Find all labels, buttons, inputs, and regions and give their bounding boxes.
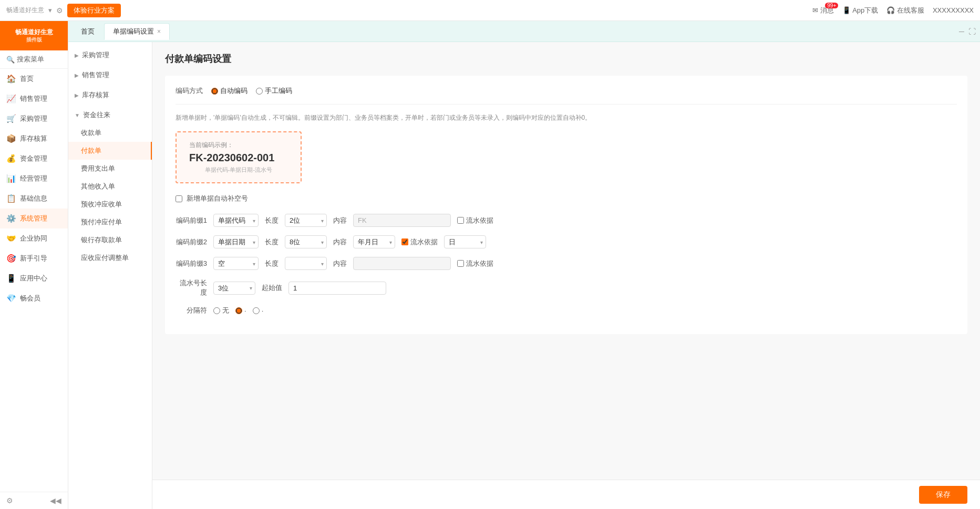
watermark3-row[interactable]: 流水依据 (457, 259, 493, 268)
headset-icon: 🎧 (886, 6, 895, 14)
dropdown-arrow-icon[interactable]: ▾ (48, 6, 52, 14)
top-bar-right: ✉ 消息 99+ 📱 App下载 🎧 在线客服 XXXXXXXXX (812, 6, 974, 15)
sidebar-item-label: 经营管理 (20, 174, 47, 183)
user-name[interactable]: XXXXXXXXX (933, 6, 974, 14)
radio-manual-input[interactable] (256, 88, 263, 95)
sub-menu-item-receipt[interactable]: 收款单 (68, 124, 152, 142)
preview-desc: 单据代码-单据日期-流水号 (189, 166, 288, 174)
sub-menu-inventory-header[interactable]: ▶ 库存核算 (68, 86, 152, 104)
sidebar: 畅通道好生意 插件版 🔍 搜索菜单 🏠 首页 📈 销售管理 🛒 采购管理 📦 (0, 21, 68, 509)
sidebar-item-label: 系统管理 (20, 214, 47, 223)
separator-dot1[interactable]: · (235, 307, 246, 315)
main-content: 付款单编码设置 编码方式 自动编码 (152, 42, 980, 480)
radio-manual[interactable]: 手工编码 (256, 86, 292, 96)
sidebar-item-purchase[interactable]: 🛒 采购管理 (0, 109, 68, 129)
separator-options: 无 · · (213, 306, 263, 315)
sub-menu-item-bank[interactable]: 银行存取款单 (68, 231, 152, 249)
search-menu-label: 搜索菜单 (17, 55, 44, 64)
length3-label: 长度 (265, 259, 278, 268)
radio-auto[interactable]: 自动编码 (211, 86, 247, 96)
watermark1-row[interactable]: 流水依据 (457, 216, 493, 225)
breadcrumb: 畅通道好生意 (6, 6, 44, 15)
settings-bottom-icon[interactable]: ⚙ (6, 496, 13, 505)
sidebar-item-finance[interactable]: 💰 资金管理 (0, 149, 68, 169)
separator-dot2[interactable]: · (253, 307, 264, 315)
save-button[interactable]: 保存 (919, 486, 967, 504)
prefix3-select[interactable]: 空 单据代码 单据日期 (213, 257, 259, 270)
separator-none-radio[interactable] (213, 307, 220, 314)
prefix3-select-wrapper[interactable]: 空 单据代码 单据日期 (213, 257, 259, 270)
sidebar-item-basic[interactable]: 📋 基础信息 (0, 189, 68, 209)
maximize-icon[interactable]: ⛶ (968, 27, 976, 36)
length1-label: 长度 (265, 216, 278, 225)
sidebar-item-sales[interactable]: 📈 销售管理 (0, 89, 68, 109)
sub-menu-item-prepay-offset2[interactable]: 预付冲应付单 (68, 213, 152, 231)
sub-menu-item-other-income[interactable]: 其他收入单 (68, 178, 152, 195)
collapse-icon[interactable]: ◀◀ (50, 496, 61, 505)
trial-button[interactable]: 体验行业方案 (67, 4, 121, 17)
search-menu[interactable]: 🔍 搜索菜单 (0, 50, 68, 69)
prefix2-select[interactable]: 单据日期 空 (213, 235, 259, 248)
watermark2-value-wrapper[interactable]: 日 月 年 (444, 235, 486, 248)
prefix1-select-wrapper[interactable]: 单据代码 空 (213, 214, 259, 227)
watermark3-checkbox[interactable] (457, 260, 464, 267)
content3-label: 内容 (333, 259, 347, 268)
sidebar-item-apps[interactable]: 📱 应用中心 (0, 268, 68, 288)
prefix1-select[interactable]: 单据代码 空 (213, 214, 259, 227)
length2-select[interactable]: 8位 4位 6位 (285, 235, 327, 248)
length3-select-wrapper[interactable]: 2位 4位 (285, 257, 327, 270)
watermark2-value-select[interactable]: 日 月 年 (444, 235, 486, 248)
tab-close-icon[interactable]: × (157, 28, 161, 35)
sub-menu-funds-header[interactable]: ▼ 资金往来 (68, 106, 152, 124)
online-service[interactable]: 🎧 在线客服 (886, 6, 924, 15)
start-value-input[interactable] (288, 282, 386, 295)
length2-select-wrapper[interactable]: 8位 4位 6位 (285, 235, 327, 248)
sidebar-item-enterprise[interactable]: 🤝 企业协同 (0, 228, 68, 248)
length1-select-wrapper[interactable]: 2位 4位 6位 (285, 214, 327, 227)
arrow-right-icon: ▶ (75, 92, 79, 98)
sidebar-item-system[interactable]: ⚙️ 系统管理 (0, 209, 68, 228)
sub-menu-item-prepay-offset[interactable]: 预收冲应收单 (68, 195, 152, 213)
length1-select[interactable]: 2位 4位 6位 (285, 214, 327, 227)
sub-menu-purchase-header[interactable]: ▶ 采购管理 (68, 46, 152, 64)
watermark1-checkbox[interactable] (457, 217, 464, 224)
top-bar: 畅通道好生意 ▾ ⚙ 体验行业方案 ✉ 消息 99+ 📱 App下载 🎧 在线客… (0, 0, 980, 21)
basic-icon: 📋 (6, 194, 16, 203)
sub-menu-sales-header[interactable]: ▶ 销售管理 (68, 66, 152, 84)
sidebar-item-business[interactable]: 📊 经营管理 (0, 169, 68, 189)
messages-area[interactable]: ✉ 消息 99+ (812, 6, 834, 15)
content2-select[interactable]: 年月日 年月 年 (353, 235, 395, 248)
tab-current[interactable]: 单据编码设置 × (104, 23, 170, 40)
sidebar-item-inventory[interactable]: 📦 库存核算 (0, 129, 68, 149)
separator-none[interactable]: 无 (213, 306, 229, 315)
sidebar-item-member[interactable]: 💎 畅会员 (0, 288, 68, 308)
prefix2-select-wrapper[interactable]: 单据日期 空 (213, 235, 259, 248)
app-download[interactable]: 📱 App下载 (842, 6, 878, 15)
serial-row: 流水号长度 3位 4位 5位 6位 起始值 (176, 278, 957, 297)
settings-icon[interactable]: ⚙ (56, 6, 63, 15)
purchase-icon: 🛒 (6, 114, 16, 123)
sub-menu-item-adjust[interactable]: 应收应付调整单 (68, 249, 152, 267)
info-text: 新增单据时，'单据编码'自动生成，不可编辑。前缀设置为部门、业务员等档案类，开单… (176, 113, 957, 123)
content2-label: 内容 (333, 237, 347, 247)
separator-dot1-radio[interactable] (235, 307, 242, 314)
watermark2-checkbox[interactable] (401, 238, 408, 245)
content2-select-wrapper[interactable]: 年月日 年月 年 (353, 235, 395, 248)
watermark2-row[interactable]: 流水依据 (401, 237, 438, 247)
business-icon: 📊 (6, 174, 16, 183)
minimize-icon[interactable]: ─ (959, 27, 964, 36)
sidebar-item-label: 新手引导 (20, 254, 47, 263)
radio-auto-input[interactable] (211, 88, 218, 95)
auto-fill-checkbox[interactable] (176, 195, 182, 202)
separator-dot2-radio[interactable] (253, 307, 260, 314)
sidebar-item-guide[interactable]: 🎯 新手引导 (0, 248, 68, 268)
sub-menu-item-payment[interactable]: 付款单 (68, 142, 152, 160)
prefix2-label: 编码前缀2 (176, 237, 207, 247)
sidebar-item-home[interactable]: 🏠 首页 (0, 69, 68, 89)
length3-select[interactable]: 2位 4位 (285, 257, 327, 270)
serial-length-select-wrapper[interactable]: 3位 4位 5位 6位 (213, 282, 255, 295)
search-icon: 🔍 (6, 56, 15, 64)
sub-menu-item-expense[interactable]: 费用支出单 (68, 160, 152, 178)
serial-length-select[interactable]: 3位 4位 5位 6位 (213, 282, 255, 295)
tab-home[interactable]: 首页 (73, 23, 103, 40)
